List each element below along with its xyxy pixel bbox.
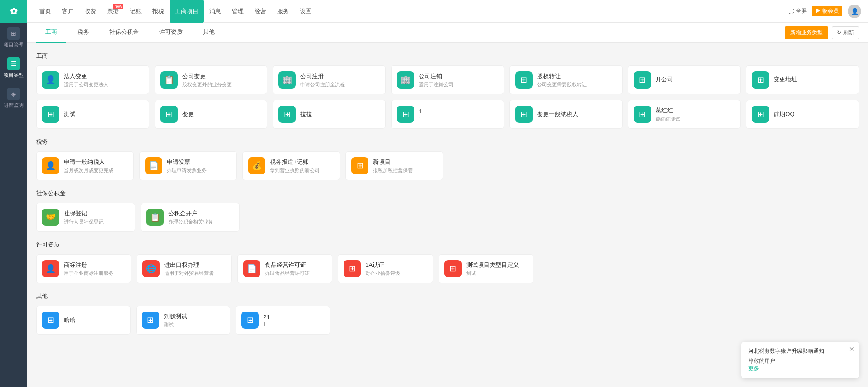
vip-button[interactable]: ▶ 畅会员: [812, 6, 842, 16]
card-desc: 办理申请发票业务: [167, 167, 231, 174]
card-title: 拉拉: [300, 110, 380, 118]
card-test1[interactable]: ⊞ 测试: [36, 100, 149, 129]
tab-shebao[interactable]: 社保公积金: [100, 23, 148, 43]
card-3a-cert[interactable]: ⊞ 3A认证 对企业信誉评级: [338, 254, 433, 283]
card-ge-hong-hong[interactable]: ⊞ 葛红红 葛红红测试: [628, 100, 741, 129]
nav-invoice[interactable]: 票据 new: [102, 0, 124, 23]
card-desc: 当月或次月成变更完成: [64, 167, 128, 174]
card-title: 新项目: [373, 158, 437, 166]
section-shiwu: 税务 👤 申请一般纳税人 当月或次月成变更完成 📄 申请发票 办理申请发票: [36, 138, 859, 180]
card-icon: ⊞: [444, 260, 462, 277]
section-shiwu-title: 税务: [36, 138, 859, 146]
card-legal-change[interactable]: 👤 法人变更 适用于公司变更法人: [36, 65, 149, 94]
card-change-tax[interactable]: ⊞ 变更一般纳税人: [509, 100, 623, 129]
sub-tabs: 工商 税务 社保公积金 许可资质 其他 新增业务类型 ↻ 刷新: [27, 23, 868, 43]
section-gongshang-title: 工商: [36, 52, 859, 60]
nav-bookkeeping[interactable]: 记账: [124, 0, 147, 23]
notification-more-link[interactable]: 更多: [748, 365, 759, 372]
card-food-permit[interactable]: 📄 食品经营许可证 办理食品经营许可证: [237, 254, 332, 283]
card-lala[interactable]: ⊞ 拉拉: [273, 100, 386, 129]
new-type-button[interactable]: 新增业务类型: [785, 26, 828, 39]
card-open-company[interactable]: ⊞ 开公司: [628, 65, 741, 94]
fullscreen-label: 全屏: [796, 7, 807, 15]
card-gongjijin[interactable]: 📋 公积金开户 办理公积金相关业务: [141, 203, 240, 232]
card-title: 公司变更: [182, 72, 262, 80]
nav-tax[interactable]: 报税: [147, 0, 170, 23]
card-front-qq[interactable]: ⊞ 前期QQ: [746, 100, 859, 129]
fullscreen-btn[interactable]: ⛶ 全屏: [788, 7, 807, 15]
card-title: 开公司: [656, 75, 735, 84]
avatar[interactable]: 👤: [848, 5, 861, 18]
card-title-legal-change: 法人变更: [64, 72, 143, 80]
nav-home[interactable]: 首页: [34, 0, 57, 23]
nav-billing[interactable]: 收费: [79, 0, 102, 23]
section-xuke-title: 许可资质: [36, 241, 859, 249]
nav-business[interactable]: 工商项目: [170, 0, 204, 23]
tab-shiwu[interactable]: 税务: [68, 23, 98, 43]
card-title: 申请发票: [167, 158, 231, 166]
card-tax-report[interactable]: 💰 税务报道+记账 拿到营业执照的新公司: [242, 151, 340, 180]
card-desc: 公司变更需要股权转让: [537, 81, 617, 88]
card-icon: 🏢: [397, 71, 414, 89]
card-desc: 适用于对外贸易经营者: [164, 270, 226, 277]
card-desc-legal-change: 适用于公司变更法人: [64, 81, 143, 88]
card-num1[interactable]: ⊞ 1 1: [391, 100, 504, 129]
card-apply-invoice[interactable]: 📄 申请发票 办理申请发票业务: [139, 151, 237, 180]
play-icon: ▶: [816, 8, 821, 14]
card-title: 公司注销: [419, 72, 498, 80]
project-mgmt-icon: ⊞: [7, 27, 20, 40]
sidebar-item-project-mgmt[interactable]: ⊞ 项目管理: [0, 23, 27, 53]
card-num21[interactable]: ⊞ 21 1: [236, 306, 330, 335]
card-title: 申请一般纳税人: [64, 158, 128, 166]
card-change-address[interactable]: ⊞ 变更地址: [746, 65, 859, 94]
card-liupeng-test[interactable]: ⊞ 刘鹏测试 测试: [136, 306, 231, 335]
card-company-register[interactable]: 🏢 公司注册 申请公司注册全流程: [273, 65, 386, 94]
card-trademark[interactable]: 👤 商标注册 用于企业商标注册服务: [36, 254, 131, 283]
card-title: 商标注册: [64, 261, 125, 269]
nav-operations[interactable]: 经营: [249, 0, 272, 23]
card-change1[interactable]: ⊞ 变更: [155, 100, 268, 129]
card-desc: 测试: [164, 322, 225, 328]
tab-other[interactable]: 其他: [194, 23, 224, 43]
card-company-cancel[interactable]: 🏢 公司注销 适用于注销公司: [391, 65, 504, 94]
refresh-button[interactable]: ↻ 刷新: [832, 26, 859, 39]
nav-message[interactable]: 消息: [204, 0, 226, 23]
card-apply-general-tax[interactable]: 👤 申请一般纳税人 当月或次月成变更完成: [36, 151, 134, 180]
card-new-project[interactable]: ⊞ 新项目 报税加税控盘保管: [345, 151, 443, 180]
sidebar-item-project-type[interactable]: ☰ 项目类型: [0, 53, 27, 83]
card-desc: 申请公司注册全流程: [300, 81, 380, 88]
card-import-export[interactable]: 🌐 进出口权办理 适用于对外贸易经营者: [137, 254, 231, 283]
card-shebao-register[interactable]: 🤝 社保登记 进行人员社保登记: [36, 203, 135, 232]
progress-monitor-icon: ◈: [7, 88, 20, 100]
card-title: 进出口权办理: [164, 261, 226, 269]
card-title: 3A认证: [365, 261, 427, 269]
sidebar-item-progress-monitor[interactable]: ◈ 进度监测: [0, 83, 27, 113]
card-desc: 进行人员社保登记: [64, 219, 129, 225]
tab-xuke[interactable]: 许可资质: [150, 23, 192, 43]
nav-admin[interactable]: 管理: [226, 0, 249, 23]
section-other: 其他 ⊞ 哈哈 ⊞ 刘鹏测试 测试: [36, 292, 859, 335]
nav-settings[interactable]: 设置: [294, 0, 317, 23]
nav-service[interactable]: 服务: [272, 0, 294, 23]
card-company-change[interactable]: 📋 公司变更 股权变更外的业务变更: [155, 65, 268, 94]
card-title: 变更: [182, 110, 262, 118]
card-icon: 🤝: [42, 209, 59, 226]
card-equity-transfer[interactable]: ⊞ 股权转让 公司变更需要股权转让: [509, 65, 623, 94]
section-shebao-title: 社保公积金: [36, 189, 859, 197]
tab-gongshang[interactable]: 工商: [36, 23, 66, 43]
card-desc: 1: [263, 322, 324, 327]
notification-close-button[interactable]: ✕: [849, 345, 854, 353]
card-title: 前期QQ: [774, 110, 853, 118]
card-icon: ⊞: [515, 71, 533, 89]
card-title: 变更一般纳税人: [537, 110, 617, 118]
topnav-right: ⛶ 全屏 ▶ 畅会员 👤: [788, 5, 861, 18]
card-title: 公司注册: [300, 72, 380, 80]
main-area: 首页 客户 收费 票据 new 记账 报税 工商项目 消息 管理 经营 服务 设…: [27, 0, 868, 387]
card-icon: ⊞: [42, 106, 59, 123]
sub-tabs-actions: 新增业务类型 ↻ 刷新: [785, 26, 859, 39]
card-haha[interactable]: ⊞ 哈哈: [36, 306, 131, 335]
section-shebao: 社保公积金 🤝 社保登记 进行人员社保登记 📋 公积金开户 办理公积金相关: [36, 189, 859, 232]
nav-client[interactable]: 客户: [57, 0, 79, 23]
card-title: 1: [419, 108, 498, 115]
card-test-type-def[interactable]: ⊞ 测试项目类型目定义 测试: [439, 254, 533, 283]
